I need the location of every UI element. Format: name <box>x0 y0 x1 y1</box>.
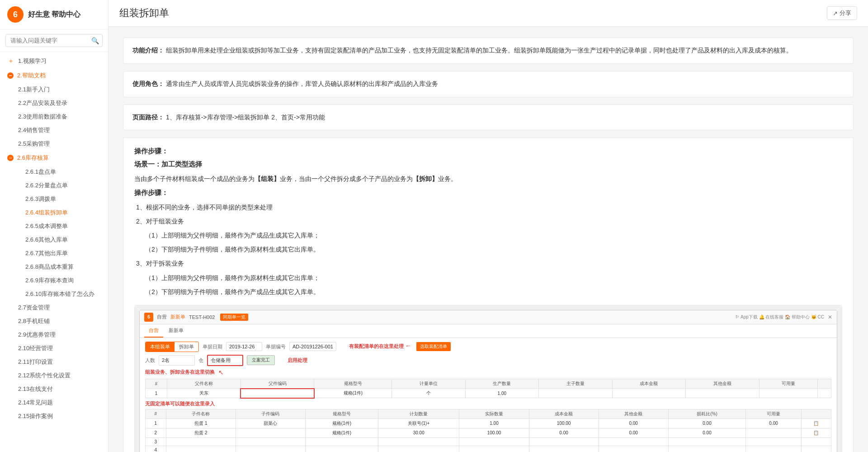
search-area: 🔍 <box>0 29 108 52</box>
step-3-1: （1）上部明细为父件明细，最终作为原材料生成其它出库单； <box>136 272 842 284</box>
topbar-new: 新新单 <box>170 314 185 320</box>
sidebar-item-install[interactable]: 2.2产品安装及登录 <box>0 96 108 110</box>
cell-seq: 1 <box>146 389 167 398</box>
minus-icon-inventory: − <box>7 155 14 161</box>
mock-topbar: 6 自营 新新单 TEST-H002 同期单一览 🏳 App下载 🔔 在线客服 … <box>140 310 837 324</box>
bom-btn[interactable]: 选取装配清单 <box>416 342 451 351</box>
th-actual-qty: 实际数量 <box>459 409 529 419</box>
th-available: 可用量 <box>759 379 817 389</box>
sidebar-item-ops[interactable]: 2.10经营管理 <box>0 342 108 355</box>
cell-main-qty <box>539 389 613 398</box>
role-text: 通常由生产人员或库管人员完成拆装业务的操作，库管人员确认原材料的出库和产成品的入… <box>166 80 438 87</box>
operation-card: 操作步骤： 场景一：加工类型选择 当由多个子件材料组装成一个成品的业务为【组装】… <box>123 138 854 452</box>
th-main-qty: 主子数量 <box>539 379 613 389</box>
content-area: 功能介绍： 组装拆卸单用来处理企业组装或拆卸等加工业务，支持有固定装配清单的产品… <box>108 27 868 452</box>
warehouse-input[interactable]: 仓储备用 <box>207 355 243 366</box>
sidebar-item-purchase[interactable]: 2.5采购管理 <box>0 137 108 151</box>
path-box: 页面路径： 1、库存核算->库存管理->组装拆卸单 2、首页->常用功能 <box>123 105 854 131</box>
sidebar-item-sales[interactable]: 2.4销售管理 <box>0 124 108 137</box>
annotation-type: 组装业务、拆卸业务在这里切换 <box>145 369 215 376</box>
sidebar-item-ledger-query[interactable]: 2.6.9库存账本查询 <box>0 274 108 287</box>
cell-prod-qty: 1.00 <box>465 389 539 398</box>
tab-self[interactable]: 自营 <box>144 324 163 338</box>
sidebar-item-label: 1.视频学习 <box>18 57 47 65</box>
child-row-4: 4 <box>146 446 831 452</box>
sidebar-item-faq[interactable]: 2.14常见问题 <box>0 396 108 409</box>
form-row-2: 人数 2名 仓 仓储备用 立案完工 启用处理 <box>145 355 831 366</box>
th-ops <box>818 379 831 389</box>
date-input[interactable]: 2019-12-26 <box>226 342 262 351</box>
close-icon[interactable]: ✕ <box>828 314 832 320</box>
nav-section: ＋ 1.视频学习 − 2.帮助文档 2.1新手入门 2.2产品安装及登录 2.3… <box>0 52 108 425</box>
share-button[interactable]: ↗ 分享 <box>827 6 857 20</box>
sidebar-item-finance[interactable]: 2.7资金管理 <box>0 301 108 314</box>
annotation-row: 组装业务、拆卸业务在这里切换 ↖ <box>145 369 831 376</box>
scene-desc: 当由多个子件材料组装成一个成品的业务为【组装】业务，当由一个父件拆分成多个子产品… <box>134 173 842 185</box>
step-2-1: （1）上部明细为父件明细，最终作为产成品生成其它入库单； <box>136 230 842 241</box>
sidebar-item-customize[interactable]: 2.12系统个性化设置 <box>0 369 108 382</box>
screenshot-container: 6 自营 新新单 TEST-H002 同期单一览 🏳 App下载 🔔 在线客服 … <box>134 305 842 452</box>
sidebar-item-cost-recalc[interactable]: 2.6.8商品成本重算 <box>0 260 108 274</box>
sidebar-item-other-out[interactable]: 2.6.7其他出库单 <box>0 247 108 260</box>
intro-text: 组装拆卸单用来处理企业组装或拆卸等加工业务，支持有固定装配清单的产品加工业务，也… <box>166 47 793 54</box>
th-child-code: 子件编码 <box>236 409 305 419</box>
cell-other <box>686 389 760 398</box>
th-parent-code: 父件编码 <box>241 379 314 389</box>
step-2: 2、对于组装业务 <box>136 216 842 227</box>
cell-code <box>241 389 314 398</box>
cell-spec: 规格(1件) <box>314 389 392 398</box>
parent-row-1: 1 关东 规格(1件) 个 1.00 <box>146 389 831 398</box>
seg-assembly[interactable]: 本组装单 <box>146 342 175 352</box>
cell-avail <box>759 389 817 398</box>
annotation-bom: 有装配清单的在这里处理 <box>349 343 404 349</box>
sidebar: 6 好生意 帮助中心 🔍 ＋ 1.视频学习 − 2.帮助文档 2.1新手入门 2… <box>0 0 108 452</box>
type-segment: 本组装单 拆卸单 <box>145 342 199 352</box>
path-label: 页面路径： <box>132 114 164 121</box>
th-spec: 规格型号 <box>314 379 392 389</box>
persons-label: 人数 <box>145 357 155 364</box>
mock-form: 本组装单 拆卸单 单据日期 2019-12-26 单据编号 AD-2019122… <box>140 338 837 452</box>
logo-text: 好生意 帮助中心 <box>28 10 80 19</box>
sidebar-item-cost-adjust[interactable]: 2.6.5成本调整单 <box>0 219 108 233</box>
sidebar-item-transfer[interactable]: 2.6.3调拨单 <box>0 192 108 206</box>
confirm-btn[interactable]: 立案完工 <box>247 355 275 365</box>
path-text: 1、库存核算->库存管理->组装拆卸单 2、首页->常用功能 <box>166 114 325 121</box>
parent-table: # 父件名称 父件编码 规格型号 计量单位 生产数量 主子数量 成本金额 其他金 <box>145 379 831 399</box>
sidebar-item-data-prep[interactable]: 2.3使用前数据准备 <box>0 110 108 124</box>
bill-input[interactable]: AD-20191226-001 <box>289 342 336 351</box>
sidebar-item-inventory[interactable]: − 2.6库存核算 <box>0 151 108 165</box>
page-header: 组装拆卸单 ↗ 分享 <box>108 0 868 27</box>
tab-new[interactable]: 新新单 <box>164 324 188 338</box>
intro-box: 功能介绍： 组装拆卸单用来处理企业组装或拆卸等加工业务，支持有固定装配清单的产品… <box>123 38 854 64</box>
cell-unit: 个 <box>392 389 466 398</box>
th-child-other: 其他金额 <box>599 409 668 419</box>
sidebar-item-assembly[interactable]: 2.6.4组装拆卸单 <box>0 206 108 219</box>
intro-label: 功能介绍： <box>132 47 164 54</box>
step-3: 3、对于拆装业务 <box>136 258 842 269</box>
persons-input[interactable]: 2名 <box>159 355 195 366</box>
sidebar-item-inventory-check[interactable]: 2.6.1盘点单 <box>0 165 108 179</box>
share-label: 分享 <box>840 9 851 17</box>
warehouse-label: 仓 <box>198 357 203 364</box>
sidebar-item-ledger-fix[interactable]: 2.6.10库存账本错了怎么办 <box>0 287 108 301</box>
mock-nav: 自营 新新单 <box>140 324 837 338</box>
sidebar-item-inventory-split[interactable]: 2.6.2分量盘点单 <box>0 179 108 192</box>
topbar-self: 自营 <box>157 314 167 320</box>
sidebar-item-payment[interactable]: 2.13在线支付 <box>0 382 108 396</box>
role-box: 使用角色： 通常由生产人员或库管人员完成拆装业务的操作，库管人员确认原材料的出库… <box>123 71 854 97</box>
sidebar-item-help[interactable]: − 2.帮助文档 <box>0 68 108 83</box>
sidebar-item-cases[interactable]: 2.15操作案例 <box>0 409 108 423</box>
seg-disassembly[interactable]: 拆卸单 <box>175 342 198 352</box>
sidebar-item-coupon[interactable]: 2.9优惠券管理 <box>0 328 108 342</box>
mock-app: 6 自营 新新单 TEST-H002 同期单一览 🏳 App下载 🔔 在线客服 … <box>139 310 837 452</box>
sidebar-item-newbie[interactable]: 2.1新手入门 <box>0 83 108 96</box>
sidebar-item-other-in[interactable]: 2.6.6其他入库单 <box>0 233 108 247</box>
sidebar-item-mobile[interactable]: 2.8手机旺铺 <box>0 314 108 328</box>
sidebar-item-print[interactable]: 2.11打印设置 <box>0 355 108 369</box>
th-plan-qty: 计划数量 <box>378 409 459 419</box>
search-icon[interactable]: 🔍 <box>91 37 99 44</box>
cell-action <box>818 389 831 398</box>
sidebar-item-label: 2.6库存核算 <box>17 154 49 162</box>
search-input[interactable] <box>5 34 103 47</box>
sidebar-item-video[interactable]: ＋ 1.视频学习 <box>0 54 108 68</box>
